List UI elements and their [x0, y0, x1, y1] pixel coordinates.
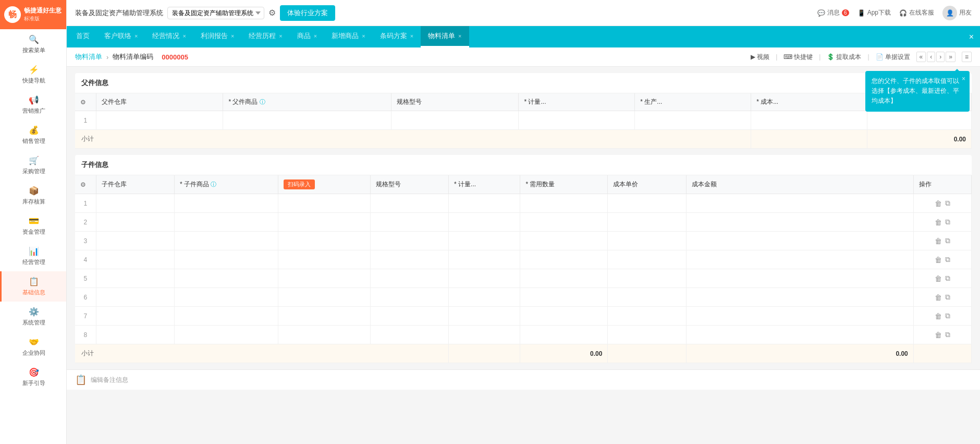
delete-row-3-button[interactable]: 🗑 — [935, 236, 942, 245]
copy-row-6-button[interactable]: ⧉ — [945, 293, 950, 302]
child-warehouse-6[interactable] — [96, 288, 174, 307]
sidebar-item-inventory[interactable]: 📦 库存核算 — [0, 181, 66, 211]
trial-button[interactable]: 体验行业方案 — [280, 5, 335, 21]
child-spec-3[interactable] — [370, 232, 448, 250]
tab-home[interactable]: 首页 — [69, 26, 97, 47]
menu-toggle-button[interactable]: ≡ — [962, 52, 972, 62]
sidebar-item-guide[interactable]: 🎯 新手引导 — [0, 362, 66, 392]
delete-row-4-button[interactable]: 🗑 — [935, 255, 942, 264]
parent-warehouse-cell[interactable] — [96, 111, 223, 130]
child-amount-2[interactable] — [686, 213, 913, 232]
child-warehouse-5[interactable] — [96, 269, 174, 288]
child-product-3[interactable] — [174, 232, 278, 250]
view-video-button[interactable]: ▶ 视频 — [751, 53, 769, 62]
prev-button[interactable]: ‹ — [927, 52, 935, 62]
child-product-7[interactable] — [174, 307, 278, 326]
message-button[interactable]: 💬 消息 6 — [817, 8, 849, 17]
child-amount-7[interactable] — [686, 307, 913, 326]
child-scan-7[interactable] — [278, 307, 371, 326]
delete-row-8-button[interactable]: 🗑 — [935, 330, 942, 339]
child-product-4[interactable] — [174, 250, 278, 269]
child-amount-8[interactable] — [686, 326, 913, 344]
child-scan-1[interactable] — [278, 194, 371, 213]
child-unit-cost-1[interactable] — [608, 194, 686, 213]
child-unit-4[interactable] — [449, 250, 520, 269]
child-warehouse-7[interactable] — [96, 307, 174, 326]
shortcut-button[interactable]: ⌨ 快捷键 — [783, 53, 813, 62]
tooltip-close-button[interactable]: × — [962, 74, 965, 84]
delete-row-5-button[interactable]: 🗑 — [935, 274, 942, 283]
child-spec-1[interactable] — [370, 194, 448, 213]
child-scan-5[interactable] — [278, 269, 371, 288]
tab-bom[interactable]: 物料清单 × — [421, 26, 469, 47]
parent-product-cell[interactable] — [223, 111, 391, 130]
child-warehouse-2[interactable] — [96, 213, 174, 232]
next-last-button[interactable]: » — [946, 52, 956, 62]
sidebar-item-purchase[interactable]: 🛒 采购管理 — [0, 150, 66, 181]
child-amount-3[interactable] — [686, 232, 913, 250]
tab-customer-close[interactable]: × — [134, 33, 138, 39]
child-product-5[interactable] — [174, 269, 278, 288]
tab-barcode[interactable]: 条码方案 × — [373, 26, 421, 47]
extract-cost-button[interactable]: 💲 提取成本 — [827, 53, 861, 62]
child-warehouse-3[interactable] — [96, 232, 174, 250]
child-warehouse-8[interactable] — [96, 326, 174, 344]
child-scan-8[interactable] — [278, 326, 371, 344]
sidebar-item-finance[interactable]: 💳 资金管理 — [0, 211, 66, 241]
tab-profit-close[interactable]: × — [231, 33, 234, 39]
child-unit-5[interactable] — [449, 269, 520, 288]
child-unit-cost-3[interactable] — [608, 232, 686, 250]
tab-customer[interactable]: 客户联络 × — [97, 26, 145, 47]
delete-row-7-button[interactable]: 🗑 — [935, 311, 942, 320]
sidebar-item-marketing[interactable]: 📢 营销推广 — [0, 90, 66, 120]
child-qty-6[interactable] — [520, 288, 608, 307]
child-spec-2[interactable] — [370, 213, 448, 232]
child-unit-cost-5[interactable] — [608, 269, 686, 288]
child-scan-4[interactable] — [278, 250, 371, 269]
child-unit-2[interactable] — [449, 213, 520, 232]
child-qty-5[interactable] — [520, 269, 608, 288]
child-spec-4[interactable] — [370, 250, 448, 269]
child-amount-1[interactable] — [686, 194, 913, 213]
single-settings-button[interactable]: 📄 单据设置 — [876, 53, 910, 62]
next-button[interactable]: › — [936, 52, 945, 62]
child-unit-cost-7[interactable] — [608, 307, 686, 326]
child-unit-8[interactable] — [449, 326, 520, 344]
child-scan-3[interactable] — [278, 232, 371, 250]
sidebar-item-basic-info[interactable]: 📋 基础信息 — [0, 271, 66, 302]
copy-row-2-button[interactable]: ⧉ — [945, 218, 950, 226]
child-product-1[interactable] — [174, 194, 278, 213]
child-unit-6[interactable] — [449, 288, 520, 307]
copy-row-7-button[interactable]: ⧉ — [945, 311, 950, 320]
child-qty-7[interactable] — [520, 307, 608, 326]
child-qty-4[interactable] — [520, 250, 608, 269]
sidebar-item-sales[interactable]: 💰 销售管理 — [0, 120, 66, 150]
tab-new-product-close[interactable]: × — [362, 33, 365, 39]
child-amount-4[interactable] — [686, 250, 913, 269]
parent-spec-cell[interactable] — [391, 111, 519, 130]
delete-row-1-button[interactable]: 🗑 — [935, 199, 942, 208]
tab-history-close[interactable]: × — [279, 33, 282, 39]
child-warehouse-4[interactable] — [96, 250, 174, 269]
scan-input-button[interactable]: 扫码录入 — [284, 179, 315, 189]
child-qty-2[interactable] — [520, 213, 608, 232]
sidebar-item-search[interactable]: 🔍 搜索菜单 — [0, 29, 66, 59]
parent-unit-cell[interactable] — [519, 111, 635, 130]
sidebar-item-operations[interactable]: 📊 经营管理 — [0, 241, 66, 271]
online-service-button[interactable]: 🎧 在线客服 — [899, 8, 934, 17]
parent-produce-cell[interactable] — [635, 111, 751, 130]
tab-products[interactable]: 商品 × — [290, 26, 324, 47]
child-product-2[interactable] — [174, 213, 278, 232]
sidebar-item-system[interactable]: ⚙️ 系统管理 — [0, 302, 66, 332]
tab-barcode-close[interactable]: × — [410, 33, 413, 39]
close-all-tabs-button[interactable]: × — [965, 28, 978, 46]
tab-profit[interactable]: 利润报告 × — [193, 26, 241, 47]
child-settings-icon[interactable]: ⚙ — [80, 181, 86, 188]
breadcrumb-parent[interactable]: 物料清单 — [75, 52, 102, 62]
child-unit-cost-6[interactable] — [608, 288, 686, 307]
child-product-6[interactable] — [174, 288, 278, 307]
child-qty-8[interactable] — [520, 326, 608, 344]
child-spec-5[interactable] — [370, 269, 448, 288]
child-amount-6[interactable] — [686, 288, 913, 307]
tab-history[interactable]: 经营历程 × — [241, 26, 289, 47]
